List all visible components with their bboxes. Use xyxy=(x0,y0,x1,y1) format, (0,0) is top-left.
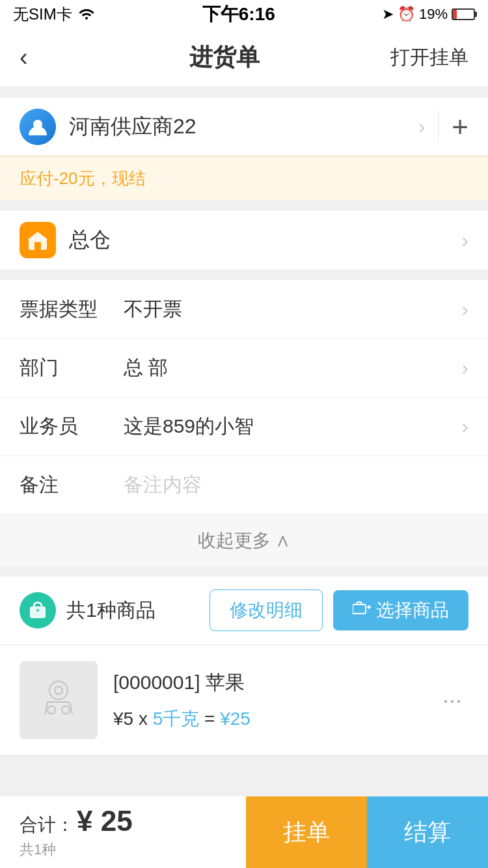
notice-text: 应付-20元，现结 xyxy=(20,169,146,188)
divider xyxy=(438,111,439,143)
dept-label: 部门 xyxy=(20,355,111,381)
carrier-text: 无SIM卡 xyxy=(13,4,72,25)
page-title: 进货单 xyxy=(189,42,260,74)
product-item: [0000001] 苹果 ¥5 x 5千克 = ¥25 ··· xyxy=(0,645,488,755)
chevron-right-icon-2: › xyxy=(461,228,468,252)
product-info: [0000001] 苹果 ¥5 x 5千克 = ¥25 xyxy=(113,670,436,731)
remark-row[interactable]: 备注 备注内容 xyxy=(0,455,488,514)
remark-input[interactable]: 备注内容 xyxy=(111,472,468,498)
status-bar: 无SIM卡 下午6:16 ➤ ⏰ 19% xyxy=(0,0,488,29)
bottom-bar: 合计： ¥ 25 共1种 挂单 结算 xyxy=(0,796,488,868)
svg-rect-6 xyxy=(353,604,366,614)
warehouse-card: 总仓 › xyxy=(0,211,488,269)
battery-percent: 19% xyxy=(419,6,448,23)
chevron-right-icon: › xyxy=(418,115,426,139)
svg-point-10 xyxy=(55,686,62,694)
equals-sign: = xyxy=(204,709,220,729)
remark-label: 备注 xyxy=(20,472,111,498)
supplier-card: 河南供应商22 › + 应付-20元，现结 xyxy=(0,98,488,200)
product-title: 苹果 xyxy=(206,671,245,693)
invoice-value: 不开票 xyxy=(111,296,461,323)
salesman-value: 这是859的小智 xyxy=(111,413,461,440)
checkout-label: 结算 xyxy=(404,817,451,848)
open-pending-button[interactable]: 打开挂单 xyxy=(390,44,468,71)
supplier-row[interactable]: 河南供应商22 › + xyxy=(0,98,488,156)
svg-rect-3 xyxy=(34,242,41,250)
alarm-icon: ⏰ xyxy=(398,6,415,23)
form-card: 票据类型 不开票 › 部门 总 部 › 业务员 这是859的小智 › 备注 备注… xyxy=(0,280,488,566)
total-row: 合计： ¥ 25 xyxy=(20,805,226,837)
hang-label: 挂单 xyxy=(283,817,330,848)
edit-detail-button[interactable]: 修改明细 xyxy=(210,590,323,631)
svg-rect-4 xyxy=(30,606,46,618)
total-label: 合计： xyxy=(20,813,74,837)
dept-value: 总 部 xyxy=(111,355,461,381)
chevron-right-icon-5: › xyxy=(461,414,468,439)
chevron-right-icon-3: › xyxy=(461,297,468,321)
svg-marker-2 xyxy=(28,232,47,239)
warehouse-name: 总仓 xyxy=(69,226,461,254)
notice-bar: 应付-20元，现结 xyxy=(0,156,488,200)
select-product-button[interactable]: 选择商品 xyxy=(333,590,468,631)
svg-point-13 xyxy=(62,706,70,714)
product-code: [0000001] xyxy=(113,671,200,693)
supplier-name: 河南供应商22 xyxy=(69,113,418,141)
salesman-label: 业务员 xyxy=(20,413,111,440)
hang-button[interactable]: 挂单 xyxy=(246,796,367,868)
gap-1 xyxy=(0,87,488,98)
total-count: 共1种 xyxy=(20,840,226,860)
product-header: 共1种商品 修改明细 选择商品 xyxy=(0,576,488,645)
svg-line-15 xyxy=(70,702,72,714)
svg-point-5 xyxy=(36,609,39,612)
back-button[interactable]: ‹ xyxy=(20,44,59,72)
collapse-bar[interactable]: 收起更多 ∧ xyxy=(0,514,488,566)
svg-line-14 xyxy=(45,702,47,714)
nav-bar: ‹ 进货单 打开挂单 xyxy=(0,29,488,87)
product-price: ¥5 x 5千克 = ¥25 xyxy=(113,707,436,731)
status-left: 无SIM卡 xyxy=(13,4,96,25)
total-section: 合计： ¥ 25 共1种 xyxy=(0,796,246,868)
product-count-label: 共1种商品 xyxy=(66,597,210,624)
location-icon: ➤ xyxy=(382,6,394,23)
battery-icon xyxy=(452,8,475,20)
status-time: 下午6:16 xyxy=(202,2,275,27)
product-icon xyxy=(20,592,56,629)
svg-point-9 xyxy=(49,681,68,699)
chevron-right-icon-4: › xyxy=(461,356,468,380)
avatar-icon xyxy=(20,109,56,145)
product-thumbnail xyxy=(20,661,98,739)
select-product-label: 选择商品 xyxy=(376,598,449,623)
svg-point-12 xyxy=(47,706,55,714)
total-value: ¥25 xyxy=(220,709,251,729)
warehouse-row[interactable]: 总仓 › xyxy=(0,211,488,269)
product-name: [0000001] 苹果 xyxy=(113,670,436,696)
wifi-icon xyxy=(77,5,96,23)
add-button[interactable]: + xyxy=(452,111,468,143)
avatar xyxy=(20,109,56,145)
collapse-label: 收起更多 ∧ xyxy=(198,528,291,553)
invoice-label: 票据类型 xyxy=(20,296,111,323)
more-button[interactable]: ··· xyxy=(436,680,468,720)
total-amount: ¥ 25 xyxy=(77,805,133,837)
dept-row[interactable]: 部门 总 部 › xyxy=(0,338,488,397)
invoice-row[interactable]: 票据类型 不开票 › xyxy=(0,280,488,338)
status-right: ➤ ⏰ 19% xyxy=(382,6,475,23)
price-value: ¥5 xyxy=(113,709,133,729)
warehouse-icon xyxy=(20,222,56,258)
cart-icon xyxy=(353,600,371,621)
salesman-row[interactable]: 业务员 这是859的小智 › xyxy=(0,397,488,455)
quantity-value: 5千克 xyxy=(153,709,200,729)
checkout-button[interactable]: 结算 xyxy=(367,796,488,868)
product-card: 共1种商品 修改明细 选择商品 xyxy=(0,576,488,755)
price-separator: x xyxy=(139,709,153,729)
